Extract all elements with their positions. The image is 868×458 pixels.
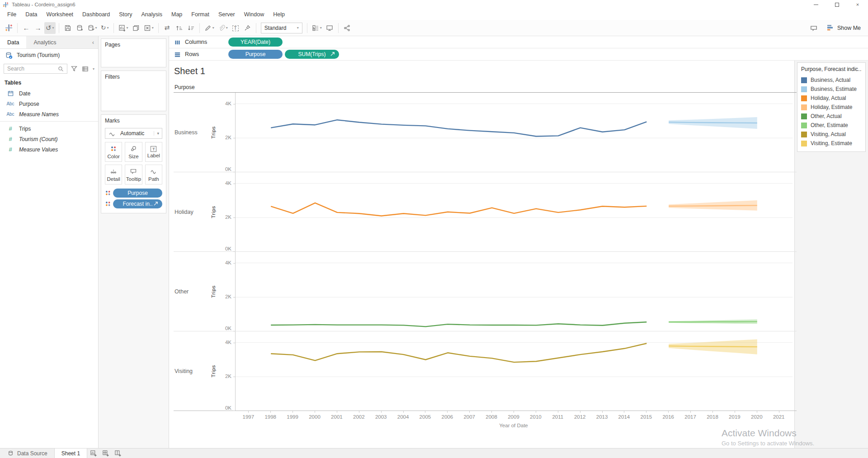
minimize-button[interactable] xyxy=(806,0,826,9)
marks-pill-purpose[interactable]: Purpose xyxy=(113,189,162,198)
sheet-tab[interactable]: Sheet 1 xyxy=(54,449,87,458)
refresh-datasource-button[interactable]: ▾ xyxy=(86,22,99,34)
format-painter-button[interactable]: ▾ xyxy=(217,22,229,34)
plot-area-other[interactable] xyxy=(235,252,793,331)
rows-pill-purpose[interactable]: Purpose xyxy=(228,50,283,59)
tab-data[interactable]: Data xyxy=(0,36,26,48)
show-hide-cards-button[interactable]: ▾ xyxy=(311,22,323,34)
menu-format[interactable]: Format xyxy=(187,11,214,18)
field-tourism-count-[interactable]: #Tourism (Count) xyxy=(0,134,98,144)
swap-rows-and-columns-button[interactable]: ⇄ xyxy=(162,22,173,34)
maximize-button[interactable] xyxy=(826,0,847,9)
close-button[interactable]: × xyxy=(847,0,868,9)
menu-help[interactable]: Help xyxy=(269,11,289,18)
cards-icon xyxy=(312,24,319,32)
field-measure-names[interactable]: AbcMeasure Names xyxy=(0,109,98,119)
fit-selector-dropdown[interactable]: Standard▾ xyxy=(261,23,302,33)
share-button[interactable] xyxy=(342,22,353,34)
marks-detail-button[interactable]: Detail xyxy=(105,165,122,184)
legend-item-other-estimate[interactable]: Other, Estimate xyxy=(801,121,862,130)
dropdown-caret-icon[interactable]: ▾ xyxy=(127,26,128,30)
x-tick-label: 2005 xyxy=(417,414,433,420)
x-axis-title: Year of Date xyxy=(235,423,792,433)
datasource-row[interactable]: Tourism (Tourism) xyxy=(0,49,98,61)
dropdown-caret-icon[interactable]: ▾ xyxy=(52,26,54,30)
datasource-tab[interactable]: Data Source xyxy=(0,449,54,458)
filters-card[interactable]: Filters xyxy=(101,71,166,111)
save-button[interactable] xyxy=(62,22,73,34)
sort-descending-button[interactable] xyxy=(185,22,196,34)
filter-icon[interactable] xyxy=(70,65,79,72)
rows-shelf[interactable]: Rows PurposeSUM(Trips) xyxy=(169,48,868,61)
share-icon xyxy=(344,24,351,32)
tableau-logo-button[interactable] xyxy=(3,22,14,34)
legend-item-holiday-actual[interactable]: Holiday, Actual xyxy=(801,94,862,103)
menu-data[interactable]: Data xyxy=(21,11,42,18)
field-date[interactable]: Date xyxy=(0,88,98,99)
menu-server[interactable]: Server xyxy=(214,11,240,18)
pin-tool-button[interactable] xyxy=(242,22,253,34)
dropdown-caret-icon[interactable]: ▾ xyxy=(107,26,108,30)
add-datasource-button[interactable] xyxy=(74,22,85,34)
marks-path-button[interactable]: Path xyxy=(145,165,162,184)
field-trips[interactable]: #Trips xyxy=(0,123,98,134)
legend-item-business-actual[interactable]: Business, Actual xyxy=(801,76,862,85)
dropdown-caret-icon[interactable]: ▾ xyxy=(320,26,322,30)
search-input[interactable] xyxy=(7,66,57,72)
menu-analysis[interactable]: Analysis xyxy=(137,11,167,18)
view-options-caret-icon[interactable]: ▾ xyxy=(93,67,94,71)
search-box[interactable] xyxy=(4,64,67,74)
marks-tooltip-button[interactable]: Tooltip xyxy=(125,165,142,184)
marks-color-button[interactable]: Color xyxy=(105,142,122,162)
menu-dashboard[interactable]: Dashboard xyxy=(78,11,114,18)
tooltip-flag-button[interactable] xyxy=(808,22,819,34)
dropdown-caret-icon[interactable]: ▾ xyxy=(226,26,228,30)
replay-button[interactable]: ↺▾ xyxy=(44,22,56,34)
collapse-panel-button[interactable]: ‹ xyxy=(88,36,98,48)
marks-size-button[interactable]: Size xyxy=(125,142,142,162)
pause-auto-updates-button[interactable]: ↻▾ xyxy=(99,22,110,34)
highlight-button[interactable]: ▾ xyxy=(203,22,216,34)
menu-story[interactable]: Story xyxy=(114,11,137,18)
dropdown-caret-icon[interactable]: ▾ xyxy=(212,26,214,30)
new-worksheet-button[interactable] xyxy=(87,449,99,458)
duplicate-sheet-button[interactable] xyxy=(131,22,142,34)
back-button[interactable]: ← xyxy=(21,22,32,34)
plot-area-business[interactable] xyxy=(235,93,793,172)
columns-shelf[interactable]: Columns YEAR(Date) xyxy=(169,36,868,48)
marks-pill-forecast-in-[interactable]: Forecast in.. xyxy=(113,199,162,208)
legend-item-business-estimate[interactable]: Business, Estimate xyxy=(801,85,862,94)
menu-map[interactable]: Map xyxy=(167,11,187,18)
actual-line xyxy=(271,322,646,326)
menu-worksheet[interactable]: Worksheet xyxy=(42,11,78,18)
legend-item-other-actual[interactable]: Other, Actual xyxy=(801,112,862,121)
dropdown-caret-icon[interactable]: ▾ xyxy=(152,26,154,30)
forward-button[interactable]: → xyxy=(33,22,43,34)
legend-item-visiting-estimate[interactable]: Visiting, Estimate xyxy=(801,139,862,148)
dropdown-caret-icon[interactable]: ▾ xyxy=(95,26,97,30)
legend-card[interactable]: Purpose, Forecast indic... Business, Act… xyxy=(797,62,866,152)
sort-ascending-button[interactable] xyxy=(174,22,184,34)
legend-item-visiting-actual[interactable]: Visiting, Actual xyxy=(801,130,862,139)
clear-sheet-button[interactable]: ▾ xyxy=(142,22,155,34)
mark-type-dropdown[interactable]: Automatic ▾ xyxy=(105,128,162,139)
field-purpose[interactable]: AbcPurpose xyxy=(0,99,98,109)
columns-pill-year-date-[interactable]: YEAR(Date) xyxy=(228,38,283,47)
plot-area-holiday[interactable] xyxy=(235,172,793,251)
menu-window[interactable]: Window xyxy=(240,11,269,18)
new-story-button[interactable] xyxy=(112,449,124,458)
rows-pill-sum-trips-[interactable]: SUM(Trips) xyxy=(285,50,339,59)
field-measure-values[interactable]: #Measure Values xyxy=(0,144,98,155)
legend-item-holiday-estimate[interactable]: Holiday, Estimate xyxy=(801,103,862,112)
plot-area-visiting[interactable] xyxy=(235,331,793,411)
show-me-button[interactable]: Show Me xyxy=(827,24,861,31)
new-worksheet-button[interactable]: ▾ xyxy=(117,22,130,34)
view-options-icon[interactable] xyxy=(81,66,90,72)
menu-file[interactable]: File xyxy=(3,11,21,18)
tab-analytics[interactable]: Analytics xyxy=(26,36,63,48)
new-dashboard-button[interactable] xyxy=(99,449,112,458)
marks-label-button[interactable]: TLabel xyxy=(145,142,162,162)
text-label-button[interactable]: T xyxy=(230,22,241,34)
pages-card[interactable]: Pages xyxy=(101,38,166,67)
presentation-mode-button[interactable] xyxy=(324,22,335,34)
